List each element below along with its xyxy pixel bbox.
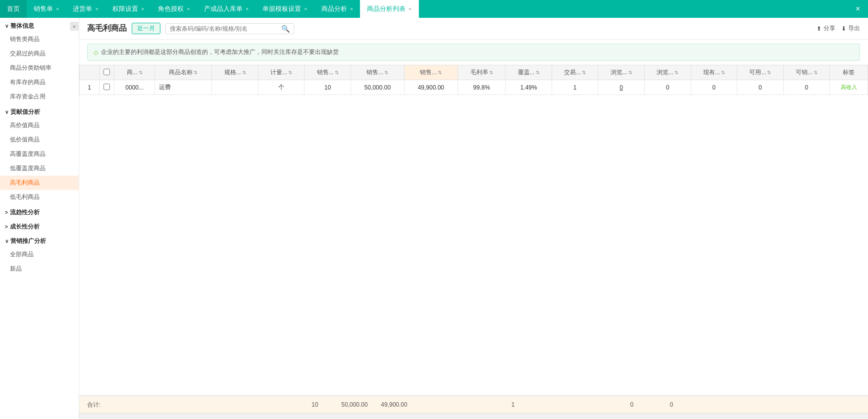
sidebar-item-all-goods[interactable]: 全部商品 [0, 247, 79, 262]
col-unit: 计量...⇅ [258, 65, 305, 80]
search-icon[interactable]: 🔍 [281, 25, 290, 33]
col-sales2: 销售...⇅ [351, 65, 404, 80]
nav-analysis-list[interactable]: 商品分析列表 × [360, 0, 418, 18]
nav-product-storage[interactable]: 产成品入库单 × [197, 0, 255, 18]
share-button[interactable]: ⬆ 分享 [817, 24, 835, 33]
sidebar-item-low-coverage[interactable]: 低覆盖度商品 [0, 161, 79, 176]
filter-button[interactable]: 近一月 [132, 23, 160, 34]
close-purchase-tab[interactable]: × [95, 6, 98, 12]
footer-stock2: 0 [652, 401, 691, 408]
sidebar-group-marketing[interactable]: ∨ 营销推广分析 [0, 233, 79, 247]
chevron-right-icon: > [5, 224, 8, 230]
close-analysis-list-tab[interactable]: × [408, 6, 411, 12]
close-template-tab[interactable]: × [304, 6, 307, 12]
info-text: 企业的主要的利润都是这部分商品创造的，可考虑加大推广，同时关注库存是不要出现缺货 [101, 48, 339, 56]
col-index [80, 65, 100, 80]
nav-home[interactable]: 首页 [0, 0, 27, 18]
sort-icon[interactable]: ⇅ [288, 70, 292, 75]
row-checkbox[interactable] [103, 84, 110, 90]
cell-checkbox [100, 80, 114, 95]
sort-icon[interactable]: ⇅ [384, 70, 388, 75]
close-product-storage-tab[interactable]: × [246, 6, 249, 12]
nav-template[interactable]: 单据模板设置 × [255, 0, 314, 18]
col-stock2: 可用...⇅ [737, 65, 784, 80]
sort-icon[interactable]: ⇅ [767, 70, 771, 75]
sort-icon[interactable]: ⇅ [489, 70, 493, 75]
footer-sales1: 10 [295, 401, 335, 408]
chevron-right-icon: > [5, 210, 8, 215]
close-analysis-tab[interactable]: × [350, 6, 353, 12]
sidebar-group-contribution[interactable]: ∨ 贡献值分析 [0, 104, 79, 118]
sort-icon[interactable]: ⇅ [628, 70, 632, 75]
footer-sales3: 49,900.00 [374, 401, 414, 408]
col-stock3: 可销...⇅ [783, 65, 830, 80]
col-name: 商品名称⇅ [155, 65, 212, 80]
cell-index: 1 [80, 80, 100, 95]
close-permissions-tab[interactable]: × [141, 6, 144, 12]
cell-coverage: 1.49% [506, 80, 552, 95]
header-actions: ⬆ 分享 ⬇ 导出 [817, 24, 860, 33]
col-gross: 毛利率⇅ [458, 65, 506, 80]
nav-permissions[interactable]: 权限设置 × [105, 0, 151, 18]
close-role-tab[interactable]: × [187, 6, 190, 12]
sort-icon[interactable]: ⇅ [194, 70, 198, 75]
sidebar-item-traded-goods[interactable]: 交易过的商品 [0, 47, 79, 61]
sidebar-item-category-rate[interactable]: 商品分类助销率 [0, 61, 79, 75]
cell-browse2: 0 [645, 80, 691, 95]
sidebar-item-high-value[interactable]: 高价值商品 [0, 118, 79, 133]
footer-cells: 10 50,000.00 49,900.00 1 0 0 [186, 401, 860, 408]
col-sales1: 销售...⇅ [305, 65, 351, 80]
table-header-row: 商...⇅ 商品名称⇅ 规格...⇅ 计量...⇅ 销售...⇅ 销售...⇅ … [80, 65, 868, 80]
sort-icon[interactable]: ⇅ [536, 70, 540, 75]
table-row[interactable]: 1 0000... 运费 个 10 50,000.00 49,900.00 99… [80, 80, 868, 95]
sidebar-item-in-stock[interactable]: 有库存的商品 [0, 75, 79, 90]
sidebar-item-stock-capital[interactable]: 库存资金占用 [0, 90, 79, 104]
sidebar-item-sales-goods[interactable]: 销售类商品 [0, 32, 79, 47]
cell-sales1: 10 [305, 80, 351, 95]
cell-stock3: 0 [783, 80, 830, 95]
sidebar-group-growth[interactable]: > 成长性分析 [0, 219, 79, 233]
sort-icon[interactable]: ⇅ [438, 70, 442, 75]
horizontal-scrollbar[interactable] [79, 413, 868, 419]
cell-spec [212, 80, 258, 95]
cell-gross: 99.8% [458, 80, 506, 95]
footer-sales2: 50,000.00 [335, 401, 374, 408]
col-code: 商...⇅ [114, 65, 155, 80]
sidebar-group-trend[interactable]: > 流趋性分析 [0, 204, 79, 219]
sort-icon[interactable]: ⇅ [582, 70, 586, 75]
sidebar-item-high-margin[interactable]: 高毛利商品 [0, 176, 79, 190]
main-layout: « ∨ 整体信息 销售类商品 交易过的商品 商品分类助销率 有库存的商品 库存资… [0, 18, 868, 419]
sort-icon[interactable]: ⇅ [721, 70, 725, 75]
export-button[interactable]: ⬇ 导出 [841, 24, 860, 33]
nav-sales[interactable]: 销售单 × [27, 0, 66, 18]
sidebar-item-low-value[interactable]: 低价值商品 [0, 133, 79, 147]
sort-icon[interactable]: ⇅ [139, 70, 143, 75]
select-all-checkbox[interactable] [103, 69, 110, 75]
share-icon: ⬆ [817, 25, 821, 32]
col-coverage: 覆盖...⇅ [506, 65, 552, 80]
sidebar-collapse-button[interactable]: « [70, 22, 79, 31]
footer-stock1: 0 [612, 401, 652, 408]
window-close-button[interactable]: × [848, 4, 868, 13]
sidebar-group-overall[interactable]: ∨ 整体信息 [0, 18, 79, 32]
sidebar-item-low-margin[interactable]: 低毛利商品 [0, 190, 79, 204]
sort-icon[interactable]: ⇅ [814, 70, 817, 75]
footer-trade: 1 [493, 401, 533, 408]
table-footer: 合计: 10 50,000.00 49,900.00 1 0 0 [79, 395, 868, 413]
close-sales-tab[interactable]: × [56, 6, 59, 12]
cell-browse1[interactable]: 0 [598, 80, 645, 95]
search-input[interactable] [170, 25, 281, 32]
info-bar: ◇ 企业的主要的利润都是这部分商品创造的，可考虑加大推广，同时关注库存是不要出现… [87, 44, 860, 61]
export-icon: ⬇ [841, 25, 846, 32]
nav-purchase[interactable]: 进货单 × [66, 0, 105, 18]
sort-icon[interactable]: ⇅ [242, 70, 246, 75]
sidebar-item-new-products[interactable]: 新品 [0, 262, 79, 276]
nav-analysis[interactable]: 商品分析 × [314, 0, 360, 18]
sort-icon[interactable]: ⇅ [674, 70, 678, 75]
sort-icon[interactable]: ⇅ [335, 70, 339, 75]
sidebar-item-high-coverage[interactable]: 高覆盖度商品 [0, 147, 79, 161]
col-browse1: 浏览...⇅ [598, 65, 645, 80]
nav-role[interactable]: 角色授权 × [151, 0, 197, 18]
cell-tag: 高收入 [830, 80, 868, 95]
search-box: 🔍 [165, 23, 294, 34]
